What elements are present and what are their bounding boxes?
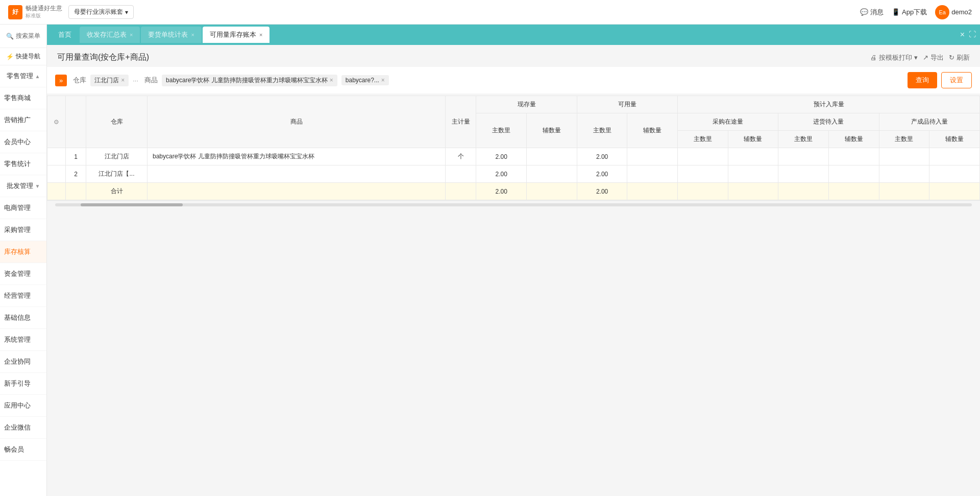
row-available-main-cell: 2.00	[577, 148, 627, 166]
sidebar-item-wholesale[interactable]: 批发管理 ▼	[0, 175, 46, 197]
sidebar-item-marketing[interactable]: 营销推广	[0, 109, 46, 131]
tab-receivable-close[interactable]: ×	[130, 32, 133, 38]
page-actions: 🖨 按模板打印 ▾ ↗ 导出 ↻ 刷新	[870, 53, 970, 62]
query-button[interactable]: 查询	[908, 72, 937, 88]
chevron-down-icon: ▾	[125, 9, 128, 16]
sidebar-item-appcenter[interactable]: 应用中心	[0, 395, 46, 417]
sidebar-item-system-label: 系统管理	[4, 335, 31, 344]
tab-available-inventory-close[interactable]: ×	[259, 32, 262, 38]
row-available-aux-cell	[627, 166, 678, 183]
sidebar-item-zero-sales[interactable]: 零售管理 ▲	[0, 65, 46, 87]
warehouse-filter-tag: 江北门店 ×	[90, 75, 129, 86]
top-bar: 好 畅捷通好生意 标准版 母婴行业演示账套 ▾ 💬 消息 📱 App下载 Ea …	[0, 0, 980, 25]
sidebar-item-vip-label: 畅会员	[4, 445, 24, 454]
message-label: 消息	[870, 8, 884, 17]
row-production-main-cell	[879, 166, 929, 183]
export-button[interactable]: ↗ 导出	[923, 53, 944, 62]
col-settings-header: ⚙	[47, 96, 66, 148]
expand-arrow-icon: ▲	[35, 74, 40, 79]
tab-order-stats-close[interactable]: ×	[191, 32, 194, 38]
table-settings-icon[interactable]: ⚙	[54, 119, 59, 126]
total-current-main-cell: 2.00	[476, 183, 527, 200]
sidebar-item-finance[interactable]: 资金管理	[0, 263, 46, 285]
sidebar-item-zero-mall[interactable]: 零售商城	[0, 87, 46, 109]
sidebar-item-vip[interactable]: 畅会员	[0, 439, 46, 461]
sidebar-item-finance-label: 资金管理	[4, 269, 31, 278]
warehouse-filter-label: 仓库	[73, 76, 86, 85]
user-menu[interactable]: Ea demo2	[935, 5, 972, 19]
scrollbar-track[interactable]	[55, 203, 972, 206]
sidebar-item-enterprise[interactable]: 企业协同	[0, 351, 46, 373]
product-filter-tag1: babycare学饮杯 儿童防摔防撞吸管杯重力球吸嘴杯宝宝水杯 ×	[162, 75, 337, 86]
sidebar-item-operation[interactable]: 经营管理	[0, 285, 46, 307]
table-row: 2 江北门店【... 2.00 2.00	[47, 166, 980, 183]
product-filter-tag1-close[interactable]: ×	[330, 77, 333, 84]
sidebar-item-inventory-label: 库存核算	[4, 247, 31, 256]
refresh-button[interactable]: ↻ 刷新	[949, 53, 970, 62]
sidebar: 🔍 搜索菜单 ⚡ 快捷导航 零售管理 ▲ 零售商城 营销推广 会员中心 零售统计…	[0, 25, 47, 496]
sidebar-item-inventory[interactable]: 库存核算	[0, 241, 46, 263]
download-button[interactable]: 📱 App下载	[892, 8, 927, 17]
tab-order-stats[interactable]: 要货单统计表 ×	[141, 27, 201, 43]
industry-selector[interactable]: 母婴行业演示账套 ▾	[68, 5, 134, 19]
print-icon: 🖨	[870, 54, 877, 61]
tab-order-stats-label: 要货单统计表	[148, 30, 188, 39]
sidebar-item-ecommerce[interactable]: 电商管理	[0, 197, 46, 219]
industry-label: 母婴行业演示账套	[74, 8, 123, 16]
row-current-aux-cell	[527, 148, 577, 166]
home-tab[interactable]: 首页	[51, 27, 79, 43]
filter-toggle-button[interactable]: »	[55, 75, 67, 86]
export-icon: ↗	[923, 54, 928, 61]
warehouse-filter-close[interactable]: ×	[121, 77, 125, 84]
sidebar-item-zero-stats[interactable]: 零售统计	[0, 153, 46, 175]
page-title: 可用量查询(按仓库+商品)	[57, 52, 149, 63]
row-current-main-cell: 2.00	[476, 148, 527, 166]
col-current-header: 现存量	[476, 96, 577, 113]
col-planned-header: 预计入库量	[678, 96, 980, 113]
total-index-cell	[66, 183, 86, 200]
quick-nav-label: 快捷导航	[16, 52, 40, 61]
fullscreen-button[interactable]: ⛶	[969, 30, 976, 39]
logo-icon: 好	[8, 5, 22, 19]
warehouse-filter-more[interactable]: ···	[133, 77, 138, 84]
product-filter-tag2-close[interactable]: ×	[381, 77, 385, 84]
sidebar-item-zero-sales-label: 零售管理	[7, 72, 33, 81]
sidebar-item-purchase[interactable]: 采购管理	[0, 219, 46, 241]
table-row: 1 江北门店 babycare学饮杯 儿童防摔防撞吸管杯重力球吸嘴杯宝宝水杯 个…	[47, 148, 980, 166]
sidebar-item-member[interactable]: 会员中心	[0, 131, 46, 153]
row-incoming-main-cell	[778, 148, 829, 166]
row-unit-cell	[446, 166, 476, 183]
sidebar-item-basic[interactable]: 基础信息	[0, 307, 46, 329]
row-settings-cell	[47, 166, 66, 183]
scrollbar-thumb[interactable]	[81, 203, 183, 206]
table-wrapper: ⚙ 仓库 商品 主计量 现存量 可用量 预计入库量 主数里 辅数	[47, 96, 980, 200]
col-incoming-main-header: 主数里	[778, 131, 829, 148]
message-button[interactable]: 💬 消息	[860, 8, 884, 17]
row-index-cell: 2	[66, 166, 86, 183]
search-menu-button[interactable]: 🔍 搜索菜单	[4, 29, 42, 43]
tab-receivable[interactable]: 收发存汇总表 ×	[80, 27, 140, 43]
sidebar-item-wechat[interactable]: 企业微信	[0, 417, 46, 439]
sidebar-item-newbie[interactable]: 新手引导	[0, 373, 46, 395]
message-icon: 💬	[860, 8, 868, 16]
row-unit-cell: 个	[446, 148, 476, 166]
refresh-icon: ↻	[949, 54, 954, 61]
logo-area: 好 畅捷通好生意 标准版	[8, 5, 62, 20]
row-purchase-main-cell	[678, 148, 728, 166]
col-incoming-header: 进货待入量	[778, 113, 879, 131]
main-layout: 🔍 搜索菜单 ⚡ 快捷导航 零售管理 ▲ 零售商城 营销推广 会员中心 零售统计…	[0, 25, 980, 496]
col-available-aux-header: 辅数量	[627, 113, 678, 148]
tab-available-inventory[interactable]: 可用量库存账本 ×	[203, 27, 270, 43]
settings-button[interactable]: 设置	[941, 72, 972, 88]
total-purchase-main-cell	[678, 183, 728, 200]
sidebar-item-system[interactable]: 系统管理	[0, 329, 46, 351]
warehouse-filter-group: 仓库 江北门店 × ···	[73, 75, 138, 86]
sidebar-item-basic-label: 基础信息	[4, 313, 31, 322]
print-button[interactable]: 🖨 按模板打印 ▾	[870, 53, 918, 62]
close-all-button[interactable]: ×	[960, 30, 965, 39]
page-header: 可用量查询(按仓库+商品) 🖨 按模板打印 ▾ ↗ 导出 ↻ 刷新	[47, 45, 980, 67]
logo-text: 畅捷通好生意	[26, 5, 62, 13]
expand-arrow-wholesale-icon: ▼	[35, 183, 40, 189]
quick-nav-button[interactable]: ⚡ 快捷导航	[0, 48, 46, 65]
row-warehouse-cell: 江北门店【...	[86, 166, 148, 183]
